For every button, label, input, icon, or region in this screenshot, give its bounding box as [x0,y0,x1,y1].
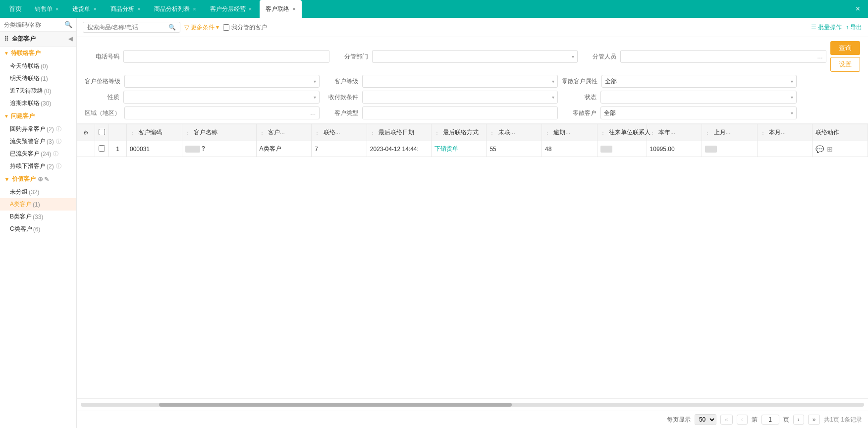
sidebar-item-class-a[interactable]: A类客户(1) [0,198,76,211]
filter-row-4: 区域（地区） … 客户类型 零散客户 全部 ▾ [85,107,860,119]
sidebar-search-input[interactable] [4,21,64,28]
nav-tab-sales[interactable]: 销售单 × [29,0,64,18]
col-settings[interactable]: ⚙ [77,124,95,141]
filter-retail-attr-select[interactable]: 全部 ▾ [601,75,797,88]
add-value-group-icon[interactable]: ⊕ [38,175,43,183]
col-handle-last-month: ⋮ [705,130,710,135]
qr-icon[interactable]: ⊞ [827,145,833,153]
filter-nature: 性质 ▾ [85,91,320,104]
sidebar-item-unclassified[interactable]: 未分组(32) [0,186,76,198]
chevron-down-icon-5: ▾ [314,95,316,100]
filter-retail-select[interactable]: 全部 ▾ [600,107,797,119]
batch-operation-button[interactable]: ☰ 批量操作 [811,23,842,32]
filter-payment: 收付款条件 ▾ [324,91,558,104]
window-close-button[interactable]: × [852,4,864,13]
edit-value-group-icon[interactable]: ✎ [44,176,49,183]
col-handle-this-month: ⋮ [760,130,765,135]
filter-customer-tier-select[interactable]: ▾ [362,75,558,88]
my-customers-checkbox[interactable] [223,24,229,31]
row-checkbox[interactable] [99,145,105,152]
row-code[interactable]: 000031 [127,141,182,157]
scrollbar-thumb[interactable] [159,403,511,407]
horizontal-scrollbar[interactable] [81,403,864,407]
more-filters-chevron: ▾ [216,24,219,31]
pending-group-title[interactable]: ▼ 待联络客户 [0,47,76,60]
customer-table: ⚙ ⋮ 客户编码 ⋮ 客户名称 [77,124,868,157]
sidebar-item-7days-pending[interactable]: 近7天待联络(0) [0,85,76,97]
filter-search-icon[interactable]: 🔍 [168,24,176,31]
value-group-title[interactable]: ▼ 价值客户 ⊕ ✎ [0,172,76,186]
first-page-button[interactable]: « [720,415,733,425]
tab-close-sales[interactable]: × [55,6,58,12]
sidebar-item-churn-warning[interactable]: 流失预警客户(3) ⓘ [0,135,76,148]
tab-close-customer-contact[interactable]: × [292,6,295,12]
sidebar-search-icon[interactable]: 🔍 [64,21,72,28]
last-method-link[interactable]: 下销货单 [434,145,458,152]
settings-button[interactable]: 设置 [830,57,860,72]
tab-close-analysis-list[interactable]: × [193,6,196,12]
filter-status-label: 状态 [562,93,597,102]
collapse-icon[interactable]: ◀ [68,36,72,42]
filter-region-label: 区域（地区） [85,109,120,117]
filter-status-select[interactable]: ▾ [600,91,797,104]
next-page-button[interactable]: › [793,415,804,425]
my-customers-filter[interactable]: 我分管的客户 [223,23,267,32]
sidebar-item-class-b[interactable]: B类客户(33) [0,211,76,223]
batch-op-icon: ☰ [811,24,816,31]
filter-phone-input[interactable] [123,50,329,63]
filter-dept-select[interactable]: ▾ [372,50,578,63]
sidebar-item-class-c[interactable]: C类客户(6) [0,223,76,235]
query-button[interactable]: 查询 [830,41,860,55]
current-page-input[interactable] [761,415,779,425]
filter-customer-type-select[interactable] [362,107,558,119]
sidebar-item-tomorrow-pending[interactable]: 明天待联络(1) [0,72,76,85]
filter-customer-tier-label: 客户等级 [324,77,358,86]
filter-search-input[interactable] [87,24,166,31]
filter-payment-select[interactable]: ▾ [362,91,558,104]
filter-customer-tier: 客户等级 ▾ [324,75,558,88]
filter-retail: 零散客户 全部 ▾ [562,107,797,119]
nav-tab-customer-tier[interactable]: 客户分层经营 × [204,0,258,18]
tab-close-customer-tier[interactable]: × [249,6,252,12]
page-label: 第 [752,416,758,424]
last-page-button[interactable]: » [808,415,820,425]
row-last-method[interactable]: 下销货单 [431,141,487,157]
per-page-select[interactable]: 50 [695,414,716,425]
filter-retail-attr: 零散客户属性 全部 ▾ [562,75,797,88]
tab-close-analysis[interactable]: × [137,6,140,12]
settings-gear-icon[interactable]: ⚙ [83,129,89,136]
filter-nature-select[interactable]: ▾ [123,91,320,104]
tab-close-purchase[interactable]: × [93,6,96,12]
filter-phone-label: 电话号码 [85,53,119,61]
export-button[interactable]: ↑ 导出 [846,23,862,32]
info-icon-repurchase: ⓘ [56,125,61,133]
row-no-contact: 55 [487,141,542,157]
row-checkbox-cell[interactable] [95,141,109,157]
chat-icon[interactable]: 💬 [815,145,824,153]
chevron-down-icon-2: ▾ [314,79,316,84]
filter-row-2: 客户价格等级 ▾ 客户等级 ▾ 零散客户属性 全部 [85,75,860,88]
sidebar-item-churned[interactable]: 已流失客户(24) ⓘ [0,148,76,160]
sidebar-item-overdue-contact[interactable]: 逾期未联络(30) [0,97,76,109]
sidebar-item-repurchase-abnormal[interactable]: 回购异常客户(2) ⓘ [0,123,76,135]
nav-tab-purchase[interactable]: 进货单 × [66,0,102,18]
nav-tab-customer-contact[interactable]: 客户联络 × [260,0,301,18]
filter-price-tier-select[interactable]: ▾ [124,75,320,88]
sidebar-item-declining[interactable]: 持续下滑客户(2) ⓘ [0,160,76,172]
nav-home[interactable]: 首页 [4,0,27,18]
nav-tab-analysis-list[interactable]: 商品分析列表 × [148,0,202,18]
filter-manager-dots[interactable]: … [620,50,826,63]
pending-arrow-icon: ▼ [4,51,9,56]
chevron-down-icon-7: ▾ [791,95,793,100]
more-filters-button[interactable]: ▽ 更多条件 ▾ [184,23,219,32]
filter-region-dots[interactable]: … [124,107,320,119]
sidebar-item-today-pending[interactable]: 今天待联络(0) [0,60,76,72]
prev-page-button[interactable]: ‹ [737,415,748,425]
select-all-checkbox[interactable] [99,129,105,135]
nav-tab-analysis[interactable]: 商品分析 × [105,0,146,18]
sidebar-all-customers-header[interactable]: ⠿ 全部客户 ◀ [0,32,76,47]
filter-status: 状态 ▾ [562,91,797,104]
problem-group-title[interactable]: ▼ 问题客户 [0,109,76,123]
col-handle-this-year: ⋮ [650,130,655,135]
col-checkbox[interactable] [95,124,109,141]
